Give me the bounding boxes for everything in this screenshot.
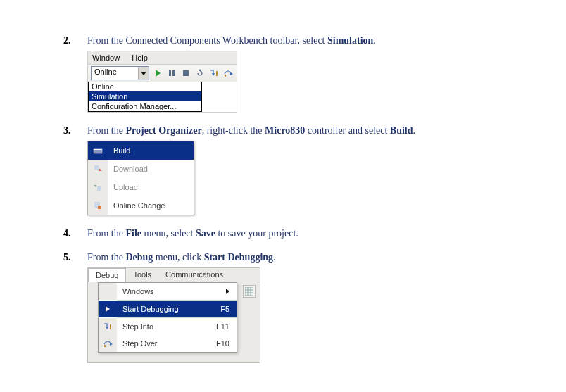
menu-item-label: Start Debugging <box>117 305 220 313</box>
menu-item-step-into[interactable]: Step Into F11 <box>99 318 237 335</box>
context-menu: Build Download Upload Online Change <box>87 141 194 215</box>
svg-rect-12 <box>245 287 253 296</box>
step-number: 2. <box>63 35 71 46</box>
menu-item-upload[interactable]: Upload <box>88 178 194 196</box>
step-4: 4. From the File menu, select Save to sa… <box>63 228 503 239</box>
menu-item-label: Step Into <box>117 322 216 331</box>
debug-dropdown-menu: Windows Start Debugging F5 Step <box>98 282 237 353</box>
pause-icon[interactable] <box>166 68 177 79</box>
mode-dropdown-list: Online Simulation Configuration Manager.… <box>88 82 202 112</box>
submenu-arrow-icon <box>226 289 237 294</box>
svg-rect-18 <box>104 345 106 347</box>
menu-window[interactable]: Window <box>92 53 120 62</box>
menu-item-label: Step Over <box>117 339 216 348</box>
step-5: 5. From the Debug menu, click Start Debu… <box>63 252 503 363</box>
menu-item-shortcut: F5 <box>220 305 237 313</box>
step-over-icon <box>99 335 117 352</box>
menu-item-label: Online Change <box>108 201 194 210</box>
step-number: 3. <box>63 125 71 137</box>
mode-combobox-value: Online <box>92 67 138 80</box>
svg-rect-0 <box>169 70 171 76</box>
menu-item-windows[interactable]: Windows <box>99 283 237 300</box>
step-into-icon[interactable] <box>208 68 220 79</box>
svg-rect-1 <box>172 70 175 76</box>
step-number: 5. <box>63 252 71 263</box>
step-2: 2. From the Connected Components Workben… <box>63 35 503 113</box>
tab-tools[interactable]: Tools <box>126 268 158 282</box>
tab-communications[interactable]: Communications <box>158 268 230 282</box>
menu-item-label: Windows <box>117 287 226 296</box>
step-3-text: From the Project Organizer, right-click … <box>87 125 415 136</box>
menu-help[interactable]: Help <box>132 53 148 62</box>
step-2-text: From the Connected Components Workbench … <box>87 35 376 46</box>
svg-rect-9 <box>97 186 101 191</box>
download-icon <box>88 160 108 178</box>
menu-item-step-over[interactable]: Step Over F10 <box>99 335 237 352</box>
step-over-icon[interactable] <box>222 68 234 79</box>
menu-item-shortcut: F10 <box>216 339 237 348</box>
online-change-icon <box>88 196 108 215</box>
step-number: 4. <box>63 228 71 239</box>
step-5-text: From the Debug menu, click Start Debuggi… <box>87 252 276 263</box>
menu-item-build[interactable]: Build <box>88 141 194 160</box>
menu-item-label: Upload <box>108 183 194 191</box>
svg-rect-5 <box>94 149 102 153</box>
svg-rect-17 <box>110 324 111 329</box>
svg-rect-4 <box>225 75 226 77</box>
mode-option-simulation[interactable]: Simulation <box>89 91 201 101</box>
svg-rect-11 <box>98 206 101 209</box>
debug-menu-area: Debug Tools Communications Windows <box>87 267 260 363</box>
step-3: 3. From the Project Organizer, right-cli… <box>63 125 503 215</box>
menu-item-online-change[interactable]: Online Change <box>88 196 194 215</box>
blank-icon <box>99 283 117 300</box>
step-4-text: From the File menu, select Save to save … <box>87 228 298 239</box>
mode-combobox[interactable]: Online <box>91 66 149 80</box>
step-into-icon <box>99 318 117 335</box>
chevron-down-icon[interactable] <box>138 67 149 80</box>
ccw-menubar: Window Help <box>88 51 237 65</box>
mode-option-config-manager[interactable]: Configuration Manager... <box>89 101 201 111</box>
build-icon <box>88 141 108 160</box>
svg-rect-8 <box>94 165 99 170</box>
play-icon <box>99 301 117 317</box>
tab-debug[interactable]: Debug <box>88 268 126 282</box>
menu-item-label: Build <box>108 146 194 155</box>
menu-item-shortcut: F11 <box>216 322 237 331</box>
mode-option-online[interactable]: Online <box>89 82 201 91</box>
menubar-tabs: Debug Tools Communications <box>88 268 260 282</box>
grid-icon[interactable] <box>243 285 256 298</box>
svg-rect-2 <box>183 70 189 76</box>
svg-rect-3 <box>216 71 218 76</box>
ccw-toolbar: Window Help Online <box>87 51 237 113</box>
run-icon[interactable] <box>152 68 163 79</box>
restart-icon[interactable] <box>194 68 206 79</box>
menu-item-label: Download <box>108 165 194 173</box>
menu-item-download[interactable]: Download <box>88 160 194 178</box>
stop-icon[interactable] <box>180 68 191 79</box>
upload-icon <box>88 178 108 196</box>
menu-item-start-debugging[interactable]: Start Debugging F5 <box>99 301 237 317</box>
